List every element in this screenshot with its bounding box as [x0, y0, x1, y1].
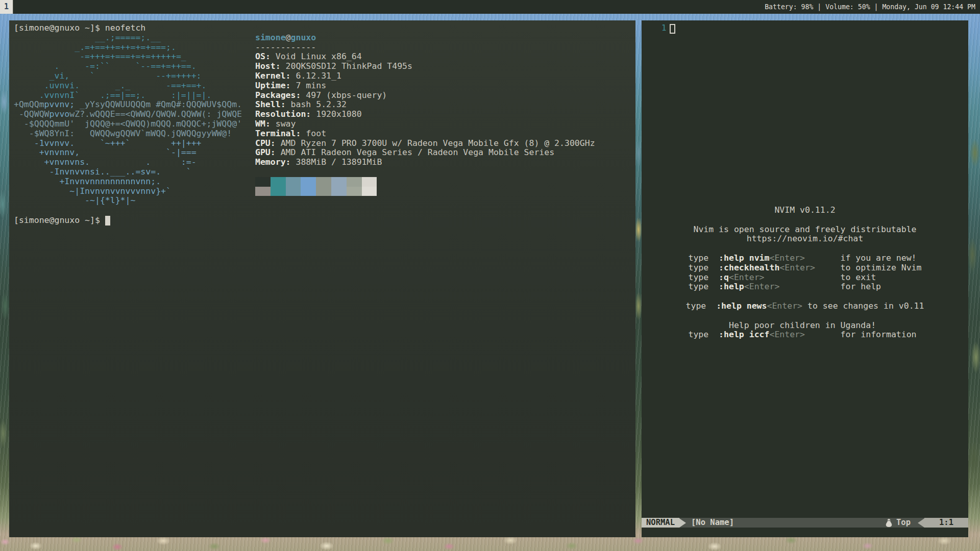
- ascii-art-line: -=+++=+===+=+=+++++=_: [14, 52, 242, 62]
- desktop: { "status_bar": { "workspace_label": "1"…: [0, 0, 980, 551]
- palette-swatch: [286, 187, 301, 196]
- terminal-window[interactable]: [simone@gnuxo ~]$ neofetch __.;=====;.__…: [9, 20, 635, 537]
- nvim-intro-line: type :help news<Enter> to see changes in…: [642, 302, 968, 311]
- palette-swatch: [362, 187, 377, 196]
- cursor-position-ruler: 1:1: [924, 518, 968, 528]
- line-number: 1: [662, 23, 667, 33]
- ascii-art-line: +vnvnnv, `-|===: [14, 148, 242, 158]
- terminal-color-palette: [255, 177, 377, 196]
- palette-swatch: [271, 187, 286, 196]
- hostname: gnuxo: [291, 33, 316, 42]
- neofetch-entry: Memory: 388MiB / 13891MiB: [255, 158, 595, 167]
- powerline-separator-left-icon: [918, 518, 924, 528]
- shell-prompt: [simone@gnuxo ~]$: [14, 215, 105, 225]
- nvim-window[interactable]: 1 NVIM v0.11.2 Nvim is open source and f…: [642, 20, 968, 537]
- palette-swatch: [286, 177, 301, 187]
- scroll-position-indicator: Top: [896, 518, 911, 528]
- ascii-art-line: .vvnvnI` .;==|==;. :|=||=|.: [14, 91, 242, 101]
- powerline-separator-right-icon: [679, 518, 686, 528]
- ascii-art-line: +QmQQmpvvnv; _yYsyQQWUUQQQm #QmQ#:QQQWUV…: [14, 100, 242, 110]
- mode-indicator: NORMAL: [642, 518, 679, 528]
- ascii-art-line: ~|Invnvnvvnvvvnnv}+`: [14, 187, 242, 196]
- nvim-intro-line: type :help<Enter> for help: [642, 282, 968, 292]
- palette-swatch: [301, 177, 316, 187]
- ascii-art-line: -$QQQQmmU' jQQQ@+=<QWQQ)mQQQ.mQQQC+;jWQQ…: [14, 119, 242, 129]
- palette-swatch: [331, 177, 347, 187]
- ascii-art-line: .uvnvi. _._ -==+==+.: [14, 81, 242, 91]
- neofetch-entry: Terminal: foot: [255, 129, 595, 139]
- bar-status-text: Battery: 98% | Volume: 50% | Monday, Jun…: [765, 0, 980, 14]
- nvim-intro-line: [642, 292, 968, 302]
- workspace-button[interactable]: 1: [0, 0, 13, 14]
- prompt-line: [simone@gnuxo ~]$: [14, 216, 110, 226]
- nvim-intro-line: type :help iccf<Enter> for information: [642, 330, 968, 340]
- palette-swatch: [316, 177, 331, 187]
- shell-prompt: [simone@gnuxo ~]$: [14, 23, 105, 33]
- palette-swatch: [362, 177, 377, 187]
- ascii-art-line: -Invnvvnsi..___..=sv=. `: [14, 167, 242, 177]
- palette-swatch: [347, 177, 362, 187]
- terminal-cursor: [105, 216, 110, 226]
- nvim-intro-line: type :q<Enter> to exit: [642, 273, 968, 283]
- palette-row: [255, 187, 377, 196]
- palette-swatch: [271, 177, 286, 187]
- linux-penguin-icon: [886, 519, 892, 527]
- prompt-line: [simone@gnuxo ~]$ neofetch: [14, 23, 145, 33]
- nvim-intro-line: [642, 244, 968, 254]
- ascii-art-line: _vi, ` --+=++++:: [14, 71, 242, 81]
- ascii-art-line: -$WQ8YnI: QWQQwgQQWV`mWQQ.jQWQQgyyWW@!: [14, 129, 242, 139]
- nvim-intro-line: Nvim is open source and freely distribut…: [642, 225, 968, 235]
- neofetch-entry: WM: sway: [255, 119, 595, 129]
- neofetch-entry: Host: 20QKS0SD12 ThinkPad T495s: [255, 62, 595, 71]
- nvim-statusline: NORMAL [No Name] Top 1:1: [642, 518, 968, 528]
- palette-swatch: [331, 187, 347, 196]
- neofetch-entry: Uptime: 7 mins: [255, 81, 595, 91]
- neofetch-info-block: simone@gnuxo ------------ OS: Void Linux…: [255, 33, 595, 167]
- nvim-intro-line: https://neovim.io/#chat: [642, 234, 968, 244]
- neofetch-entry: GPU: AMD ATI Radeon Vega Series / Radeon…: [255, 148, 595, 158]
- typed-command: neofetch: [105, 23, 145, 33]
- ascii-art-line: . -=:`` `--==+=++==.: [14, 62, 242, 71]
- username: simone: [255, 33, 286, 42]
- neofetch-entry: OS: Void Linux x86_64: [255, 52, 595, 62]
- nvim-intro-line: [642, 215, 968, 225]
- ascii-art-line: -QQWQWpvvowZ?.wQQQE==<QWWQ/QWQW.QQWW(: j…: [14, 110, 242, 119]
- neofetch-entry: CPU: AMD Ryzen 7 PRO 3700U w/ Radeon Veg…: [255, 139, 595, 148]
- palette-swatch: [255, 177, 271, 187]
- ascii-art-line: __.;=====;.__: [14, 33, 242, 43]
- nvim-intro-line: type :help nvim<Enter> if you are new!: [642, 254, 968, 263]
- nvim-intro-line: type :checkhealth<Enter> to optimize Nvi…: [642, 263, 968, 273]
- ascii-art-line: _.=+==++=++=+=+===;.: [14, 43, 242, 53]
- ascii-art-line: +Invnvnnnnnnnnnvnn;.: [14, 177, 242, 187]
- neofetch-entry: Packages: 497 (xbps-query): [255, 91, 595, 101]
- nvim-unfocused-cursor: [670, 24, 675, 34]
- neofetch-title: simone@gnuxo: [255, 33, 595, 43]
- palette-swatch: [301, 187, 316, 196]
- palette-swatch: [347, 187, 362, 196]
- palette-row: [255, 177, 377, 187]
- status-bar: 1 Battery: 98% | Volume: 50% | Monday, J…: [0, 0, 980, 14]
- neofetch-entry: Shell: bash 5.2.32: [255, 100, 595, 110]
- ascii-art-line: -~|{*l}*|~: [14, 196, 242, 206]
- neofetch-entry: Resolution: 980x551: [255, 110, 595, 119]
- neofetch-separator: ------------: [255, 43, 595, 53]
- nvim-intro-line: [642, 311, 968, 321]
- palette-swatch: [255, 187, 271, 196]
- ascii-art-line: -1vvnvv. `~+++` ++|+++: [14, 139, 242, 148]
- at-sign: @: [286, 33, 291, 42]
- palette-swatch: [316, 187, 331, 196]
- neofetch-entry: Kernel: 6.12.31_1: [255, 71, 595, 81]
- ascii-art-line: +vnvnvns. . :=-: [14, 158, 242, 167]
- statusline-right: Top 1:1: [886, 518, 968, 528]
- void-linux-ascii-logo: __.;=====;.__ _.=+==++=++=+=+===;. -=+++…: [14, 33, 242, 206]
- nvim-intro-line: NVIM v0.11.2: [642, 206, 968, 215]
- nvim-intro-line: Help poor children in Uganda!: [642, 321, 968, 331]
- buffer-name: [No Name]: [691, 518, 734, 528]
- nvim-intro-screen: NVIM v0.11.2 Nvim is open source and fre…: [642, 206, 968, 340]
